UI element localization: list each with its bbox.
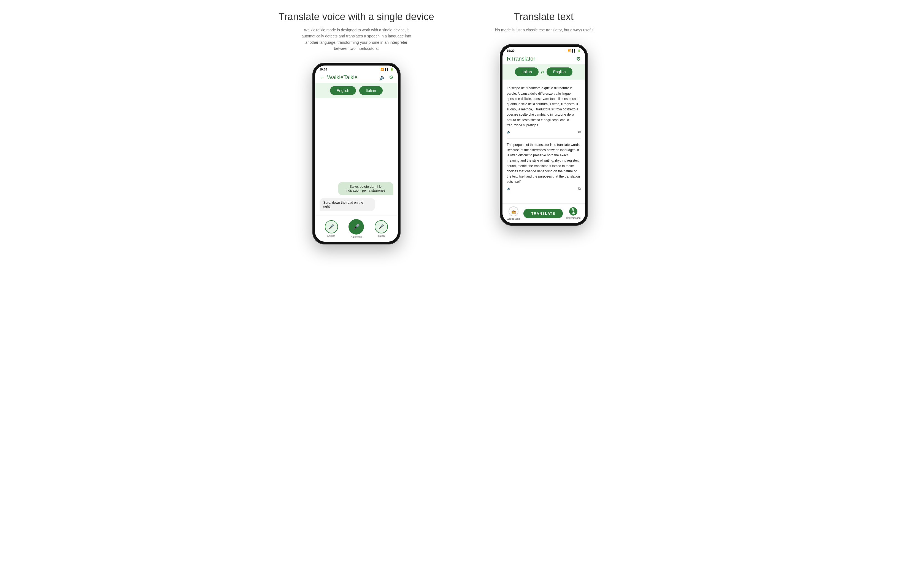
right-wifi-icon: 📶 [568,49,571,52]
left-bubble-left: Sure, down the road on the right. [320,198,375,211]
left-header-icons: 🔈 ⚙ [380,74,393,80]
left-desc: WalkieTalkie mode is designed to work wi… [299,27,414,52]
left-lang1-btn[interactable]: English [330,86,356,95]
right-italian-copy-icon[interactable]: ⧉ [578,130,581,134]
battery-icon: 🔋 [390,68,393,71]
left-mic-wrapper-3: 🎤 Italian [375,220,388,237]
left-mic-auto[interactable]: 🎤 [349,219,364,235]
right-settings-icon[interactable]: ⚙ [576,56,581,62]
right-status-bar: 19:20 📶 ▌▌ 🔋 [503,47,585,53]
right-italian-actions: 🔈 ⧉ [507,130,581,134]
right-section: Translate text This mode is just a class… [458,11,629,244]
left-lang2-btn[interactable]: Italian [359,86,383,95]
speaker-icon[interactable]: 🔈 [380,74,386,80]
right-status-time: 19:20 [507,49,515,52]
left-mic-english[interactable]: 🎤 [325,220,338,234]
right-wt-label: WalkieTalkie [507,217,521,220]
right-status-icons: 📶 ▌▌ 🔋 [568,49,580,52]
left-mic-label-3: Italian [378,235,385,237]
back-icon[interactable]: ← [320,74,325,80]
left-status-icons: 📶 ▌▌ 🔋 [380,68,393,71]
left-phone-inner: 19:08 📶 ▌▌ 🔋 ← WalkieTalkie 🔈 ⚙ [315,65,398,242]
right-english-actions: 🔈 ⧉ [507,186,581,191]
swap-icon[interactable]: ⇄ [541,70,545,74]
left-section: Translate voice with a single device Wal… [271,11,442,244]
left-status-bar: 19:08 📶 ▌▌ 🔋 [315,65,398,72]
right-lang2-btn[interactable]: English [546,67,573,76]
left-bubble-right: Salve, potete darmi le indicazioni per l… [338,182,393,195]
right-title: Translate text [514,11,574,23]
right-conv-icon: R本 [569,207,577,215]
right-desc: This mode is just a classic text transla… [493,27,595,33]
left-app-title: WalkieTalkie [327,74,377,80]
left-lang-bar: English Italian [315,83,398,98]
right-italian-block: Lo scopo del traduttore è quello di trad… [507,83,581,137]
left-app-header: ← WalkieTalkie 🔈 ⚙ [315,72,398,83]
left-mic-wrapper-2: 🎤 Automatic [349,219,364,238]
right-translate-area: Lo scopo del traduttore è quello di trad… [503,80,585,203]
left-mic-italian[interactable]: 🎤 [375,220,388,234]
signal-icon: ▌▌ [385,68,389,71]
left-bottom-bar: 🎤 English 🎤 Automatic 🎤 [315,215,398,242]
right-signal-icon: ▌▌ [572,49,576,52]
right-english-copy-icon[interactable]: ⧉ [578,186,581,191]
right-app-header: RTranslator ⚙ [503,53,585,64]
left-chat-area: Salve, potete darmi le indicazioni per l… [315,98,398,215]
wifi-icon: 📶 [380,68,384,71]
mic-icon-2: 🎤 [353,224,360,230]
right-lang1-btn[interactable]: Italian [515,67,538,76]
right-conv-label: Conversation [566,217,580,220]
right-bottom-bar: 📻 WalkieTalkie TRANSLATE R本 Conversation [503,203,585,223]
right-walkie-talkie-btn[interactable]: 📻 WalkieTalkie [507,206,521,220]
right-english-block: The purpose of the translator is to tran… [507,139,581,194]
right-english-text: The purpose of the translator is to tran… [507,142,581,185]
page-wrapper: Translate voice with a single device Wal… [271,11,629,244]
left-title: Translate voice with a single device [279,11,434,23]
left-mic-wrapper-1: 🎤 English [325,220,338,237]
right-conversation-btn[interactable]: R本 Conversation [566,207,580,220]
right-wt-icon: 📻 [509,206,518,217]
right-phone: 19:20 📶 ▌▌ 🔋 RTranslator ⚙ Italian ⇄ [500,44,588,226]
right-lang-bar: Italian ⇄ English [503,64,585,80]
mic-icon-1: 🎤 [329,224,334,229]
right-phone-inner: 19:20 📶 ▌▌ 🔋 RTranslator ⚙ Italian ⇄ [503,47,585,223]
left-phone: 19:08 📶 ▌▌ 🔋 ← WalkieTalkie 🔈 ⚙ [312,63,400,244]
left-mic-label-1: English [327,235,335,237]
right-italian-volume-icon[interactable]: 🔈 [507,130,511,134]
right-translate-btn[interactable]: TRANSLATE [523,209,563,218]
right-battery-icon: 🔋 [577,49,581,52]
left-status-time: 19:08 [320,68,327,71]
right-italian-text: Lo scopo del traduttore è quello di trad… [507,86,581,128]
mic-icon-3: 🎤 [379,224,384,229]
right-app-title: RTranslator [507,56,535,62]
left-mic-label-2: Automatic [351,236,362,238]
settings-icon[interactable]: ⚙ [389,74,393,80]
right-english-volume-icon[interactable]: 🔈 [507,187,511,190]
